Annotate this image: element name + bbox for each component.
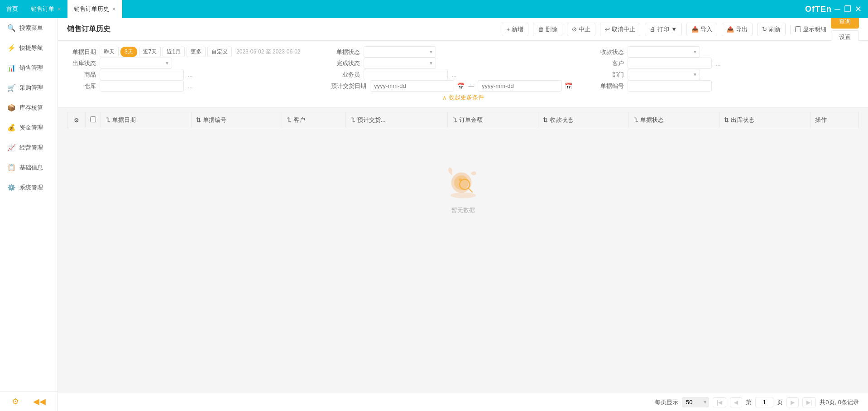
- th-expected-date-sort-icon[interactable]: ⇅: [350, 116, 355, 123]
- th-settings[interactable]: ⚙: [67, 112, 86, 128]
- expected-date-label: 预计交货日期: [331, 82, 370, 90]
- doc-no-control: [628, 80, 859, 92]
- export-button[interactable]: 📤 导出: [722, 23, 753, 36]
- doc-status-select[interactable]: [364, 46, 436, 58]
- date-btn-7days[interactable]: 近7天: [139, 47, 161, 57]
- th-order-amount-sort-icon[interactable]: ⇅: [452, 116, 457, 123]
- sidebar-item-basic-info[interactable]: 📋 基础信息: [0, 158, 58, 178]
- sidebar-item-sales-mgmt[interactable]: 📊 销售管理: [0, 58, 58, 78]
- filter-cell-complete-status: 完成状态 ▼: [331, 58, 595, 69]
- add-button[interactable]: + 新增: [502, 23, 529, 36]
- filter-cell-product: 商品 ...: [67, 69, 331, 80]
- refresh-button[interactable]: ↻ 刷新: [757, 23, 786, 36]
- th-checkbox[interactable]: [86, 112, 101, 128]
- tab-sales-order-history-close[interactable]: ✕: [112, 6, 116, 12]
- tab-home[interactable]: 首页: [0, 0, 24, 18]
- product-dots-btn[interactable]: ...: [186, 71, 195, 78]
- sidebar-item-purchase-mgmt[interactable]: 🛒 采购管理: [0, 78, 58, 98]
- warehouse-input[interactable]: [100, 80, 184, 92]
- dept-control: ▼: [628, 69, 859, 80]
- th-doc-status-sort-icon[interactable]: ⇅: [633, 116, 638, 123]
- salesman-dots-btn[interactable]: ...: [450, 71, 459, 78]
- prev-page-btn[interactable]: ◀: [730, 397, 742, 407]
- refresh-icon: ↻: [762, 26, 767, 33]
- empty-text: 暂无数据: [451, 206, 475, 214]
- close-window-btn[interactable]: ✕: [855, 4, 862, 14]
- customer-dots-btn[interactable]: ...: [714, 60, 723, 67]
- doc-no-input[interactable]: [628, 80, 712, 92]
- sidebar-item-search-menu[interactable]: 🔍 搜索菜单: [0, 18, 58, 38]
- sidebar-item-quick-nav[interactable]: ⚡ 快捷导航: [0, 38, 58, 58]
- add-icon: +: [507, 26, 510, 33]
- warehouse-dots-btn[interactable]: ...: [186, 82, 195, 90]
- page-unit-label: 页: [777, 398, 783, 406]
- quick-nav-icon: ⚡: [7, 44, 16, 52]
- empty-state: 暂无数据: [67, 128, 859, 251]
- product-input[interactable]: [100, 69, 184, 80]
- th-pay-status-sort-icon[interactable]: ⇅: [543, 116, 548, 123]
- out-status-select[interactable]: [100, 58, 172, 69]
- minimize-btn[interactable]: ─: [834, 5, 840, 14]
- dept-select[interactable]: [628, 69, 700, 80]
- filter-row-1: 单据日期 昨天 3天 近7天 近1月 更多 自定义 2023-06-02 至 2…: [67, 46, 859, 58]
- th-doc-no-sort-icon[interactable]: ⇅: [196, 116, 201, 123]
- per-page-select[interactable]: 10 20 50 100: [682, 397, 709, 407]
- doc-date-label: 单据日期: [67, 48, 100, 56]
- sidebar-item-inventory-calc[interactable]: 📦 库存核算: [0, 98, 58, 118]
- display-toggle-checkbox[interactable]: [795, 26, 801, 32]
- pay-status-select[interactable]: [628, 46, 700, 58]
- tab-sales-order-history[interactable]: 销售订单历史 ✕: [67, 0, 122, 18]
- stop-button[interactable]: ⊘ 中止: [567, 23, 595, 36]
- calendar-start-icon[interactable]: 📅: [457, 82, 465, 90]
- expected-date-end[interactable]: [478, 80, 562, 92]
- last-page-btn[interactable]: ▶|: [802, 397, 816, 407]
- display-toggle[interactable]: 显示明细: [795, 25, 826, 34]
- tab-sales-order-close[interactable]: ✕: [57, 6, 61, 12]
- collapse-bar[interactable]: ∧ 收起更多条件: [67, 92, 859, 103]
- sidebar-settings-icon[interactable]: ⚙: [12, 396, 19, 406]
- cancel-stop-button[interactable]: ↩ 取消中止: [600, 23, 640, 36]
- select-all-checkbox[interactable]: [90, 116, 96, 122]
- import-button[interactable]: 📥 导入: [686, 23, 717, 36]
- total-info: 共0页, 0条记录: [820, 398, 859, 406]
- filter-cell-pay-status: 收款状态 ▼: [595, 46, 859, 58]
- customer-input[interactable]: [628, 58, 712, 69]
- complete-status-select-wrapper: ▼: [364, 58, 436, 69]
- complete-status-select[interactable]: [364, 58, 436, 69]
- query-button[interactable]: 查询: [831, 18, 859, 29]
- th-doc-no: ⇅ 单据编号: [192, 112, 282, 128]
- sidebar-item-sys-mgmt[interactable]: ⚙️ 系统管理: [0, 178, 58, 198]
- th-out-status-sort-icon[interactable]: ⇅: [724, 116, 729, 123]
- table-wrapper: ⚙ ⇅ 单据日期 ⇅ 单据编号: [58, 107, 868, 393]
- date-btn-more[interactable]: 更多: [187, 47, 206, 57]
- sidebar-item-finance-mgmt[interactable]: 💰 资金管理: [0, 118, 58, 138]
- print-button[interactable]: 🖨 打印 ▼: [645, 23, 682, 36]
- warehouse-control: ...: [100, 80, 331, 92]
- product-control: ...: [100, 69, 331, 80]
- th-expected-date: ⇅ 预计交货...: [346, 112, 448, 128]
- sidebar-collapse-icon[interactable]: ◀◀: [33, 396, 46, 406]
- page-number-input[interactable]: [755, 397, 773, 407]
- next-page-btn[interactable]: ▶: [786, 397, 799, 407]
- per-page-label: 每页显示: [655, 398, 678, 406]
- date-btn-custom[interactable]: 自定义: [207, 47, 232, 57]
- delete-button[interactable]: 🗑 删除: [533, 23, 562, 36]
- th-customer: ⇅ 客户: [282, 112, 346, 128]
- date-btn-yesterday[interactable]: 昨天: [100, 47, 119, 57]
- calendar-end-icon[interactable]: 📅: [565, 82, 572, 90]
- tab-sales-order[interactable]: 销售订单 ✕: [24, 0, 67, 18]
- salesman-input[interactable]: [364, 69, 448, 80]
- restore-btn[interactable]: ❐: [844, 4, 851, 14]
- finance-mgmt-icon: 💰: [7, 124, 16, 132]
- th-customer-sort-icon[interactable]: ⇅: [287, 116, 292, 123]
- date-btn-3days[interactable]: 3天: [120, 47, 137, 57]
- content-area: 销售订单历史 + 新增 🗑 删除 ⊘ 中止 ↩ 取消中止: [58, 18, 868, 411]
- table-settings-icon[interactable]: ⚙: [74, 117, 79, 124]
- expected-date-start[interactable]: [370, 80, 454, 92]
- first-page-btn[interactable]: |◀: [713, 397, 726, 407]
- toolbar: + 新增 🗑 删除 ⊘ 中止 ↩ 取消中止 🖨 打印: [502, 18, 859, 44]
- sidebar-item-ops-mgmt[interactable]: 📈 经营管理: [0, 138, 58, 158]
- date-btn-1month[interactable]: 近1月: [163, 47, 185, 57]
- date-dash: —: [468, 82, 474, 89]
- th-doc-date-sort-icon[interactable]: ⇅: [106, 116, 110, 123]
